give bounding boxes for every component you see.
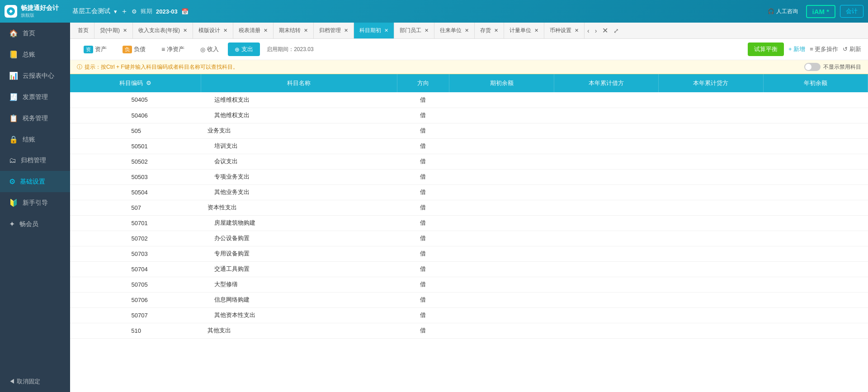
sidebar-item-ledger[interactable]: 📒 总账	[0, 44, 70, 65]
tab-bs-mid[interactable]: 贷(中期) ✕	[94, 23, 133, 39]
tab-income-report[interactable]: 收入支出表(年报) ✕	[133, 23, 193, 39]
cell-code: 50704	[70, 261, 201, 277]
filter-equity[interactable]: ≡ 净资产	[155, 43, 191, 56]
dropdown-icon[interactable]: ▾	[114, 8, 117, 15]
cell-ytd-credit	[659, 108, 763, 123]
tab-close-subject-init[interactable]: ✕	[384, 28, 388, 33]
cell-ytd-credit	[659, 215, 763, 231]
tab-close-inventory[interactable]: ✕	[494, 28, 498, 33]
tab-close-department[interactable]: ✕	[425, 28, 429, 33]
tab-close-template[interactable]: ✕	[223, 28, 227, 33]
customer-service-btn[interactable]: 🎧 人工咨询	[764, 6, 802, 17]
home-icon: 🏠	[9, 29, 18, 38]
main-layout: 🏠 首页 📒 总账 📊 云报表中心 🧾 发票管理 📋 税务管理 🔒 结账 🗂 归…	[0, 23, 868, 392]
sidebar-item-invoice[interactable]: 🧾 发票管理	[0, 86, 70, 108]
table-row[interactable]: 50503 专项业务支出 借	[70, 169, 868, 184]
tab-department[interactable]: 部门员工 ✕	[394, 23, 434, 39]
table-row[interactable]: 50703 专用设备购置 借	[70, 246, 868, 261]
sidebar-item-report[interactable]: 📊 云报表中心	[0, 65, 70, 86]
tab-next-btn[interactable]: ›	[592, 27, 600, 34]
table-row[interactable]: 510 其他支出 借	[70, 323, 868, 338]
table-row[interactable]: 50504 其他业务支出 借	[70, 184, 868, 200]
tab-home[interactable]: 首页	[72, 23, 94, 39]
tab-template[interactable]: 模版设计 ✕	[193, 23, 233, 39]
settings-icon[interactable]: ⚙	[132, 8, 137, 15]
tab-prev-btn[interactable]: ‹	[585, 27, 592, 34]
filter-liability[interactable]: 负 负债	[116, 43, 152, 56]
cell-year-balance	[763, 169, 868, 184]
tab-currency[interactable]: 币种设置 ✕	[544, 23, 585, 39]
table-row[interactable]: 507 资本性支出 借	[70, 200, 868, 215]
cell-ytd-credit	[659, 154, 763, 169]
filter-asset[interactable]: 资 资产	[77, 43, 113, 56]
cell-ytd-debit	[554, 323, 658, 338]
report-icon: 📊	[9, 71, 18, 80]
add-company-btn[interactable]: ＋	[121, 7, 128, 16]
column-settings-icon[interactable]: ⚙	[146, 80, 151, 86]
tab-close-period-end[interactable]: ✕	[304, 28, 308, 33]
table-row[interactable]: 50502 会议支出 借	[70, 154, 868, 169]
add-btn[interactable]: + 新增	[788, 45, 805, 53]
tab-close-currency[interactable]: ✕	[575, 28, 579, 33]
sidebar-item-settings[interactable]: ⚙ 基础设置	[0, 171, 70, 192]
tab-partner[interactable]: 往来单位 ✕	[434, 23, 475, 39]
sidebar-item-close[interactable]: 🔒 结账	[0, 129, 70, 150]
cell-dir: 借	[397, 292, 449, 307]
tab-close-tax-clear[interactable]: ✕	[264, 28, 268, 33]
header-right: 🎧 人工咨询 iAM * 会计	[764, 5, 864, 18]
balance-btn[interactable]: 试算平衡	[748, 43, 784, 56]
cell-ytd-credit	[659, 138, 763, 154]
disabled-toggle[interactable]	[804, 63, 821, 71]
table-row[interactable]: 505 业务支出 借	[70, 123, 868, 138]
sidebar-item-archive[interactable]: 🗂 归档管理	[0, 150, 70, 171]
calendar-icon[interactable]: 📅	[181, 8, 189, 15]
iam-badge[interactable]: iAM *	[806, 5, 836, 18]
tab-inventory[interactable]: 存货 ✕	[475, 23, 504, 39]
tab-period-end[interactable]: 期末结转 ✕	[274, 23, 314, 39]
tab-archive[interactable]: 归档管理 ✕	[314, 23, 354, 39]
tab-close-partner[interactable]: ✕	[465, 28, 469, 33]
cell-name: 专用设备购置	[201, 246, 397, 261]
cell-year-balance	[763, 138, 868, 154]
income-icon: ◎	[200, 46, 205, 53]
cell-year-balance	[763, 184, 868, 200]
refresh-btn[interactable]: ↺ 刷新	[843, 45, 861, 53]
filter-income[interactable]: ◎ 收入	[193, 43, 226, 56]
archive-icon: 🗂	[9, 156, 16, 165]
tab-close-all-btn[interactable]: ✕	[599, 26, 611, 35]
company-name[interactable]: 基层工会测试	[72, 7, 110, 15]
table-row[interactable]: 50501 培训支出 借	[70, 138, 868, 154]
tab-tax-clear[interactable]: 税表清册 ✕	[233, 23, 274, 39]
asset-badge: 资	[84, 46, 93, 53]
tab-expand-btn[interactable]: ⤢	[611, 27, 622, 34]
account-btn[interactable]: 会计	[840, 5, 863, 18]
table-row[interactable]: 50701 房屋建筑物购建 借	[70, 215, 868, 231]
col-header-ytd-credit: 本年累计贷方	[659, 74, 763, 92]
sidebar-item-home[interactable]: 🏠 首页	[0, 23, 70, 44]
tab-unit[interactable]: 计量单位 ✕	[504, 23, 544, 39]
cell-ytd-debit	[554, 169, 658, 184]
filter-expense[interactable]: ⊕ 支出	[228, 43, 260, 56]
table-row[interactable]: 50705 大型修缮 借	[70, 277, 868, 292]
cell-dir: 借	[397, 200, 449, 215]
tab-close-unit[interactable]: ✕	[534, 28, 538, 33]
table-row[interactable]: 50706 信息网络购建 借	[70, 292, 868, 307]
table-row[interactable]: 50406 其他维权支出 借	[70, 108, 868, 123]
collapse-sidebar-btn[interactable]: ◀ 取消固定	[0, 371, 70, 392]
sidebar-item-tax[interactable]: 📋 税务管理	[0, 108, 70, 129]
tab-close-archive[interactable]: ✕	[344, 28, 348, 33]
more-btn[interactable]: ≡ 更多操作	[810, 45, 838, 53]
table-row[interactable]: 50707 其他资本性支出 借	[70, 307, 868, 323]
tab-close-bs-mid[interactable]: ✕	[123, 28, 127, 33]
cell-name: 运维维权支出	[201, 92, 397, 108]
cell-ytd-debit	[554, 277, 658, 292]
tab-subject-init[interactable]: 科目期初 ✕	[354, 23, 394, 39]
table-row[interactable]: 50704 交通工具购置 借	[70, 261, 868, 277]
sidebar-item-member[interactable]: ✦ 畅会员	[0, 213, 70, 235]
tab-close-income-report[interactable]: ✕	[183, 28, 187, 33]
table-row[interactable]: 50405 运维维权支出 借	[70, 92, 868, 108]
sidebar-item-guide[interactable]: 🔰 新手引导	[0, 192, 70, 213]
member-icon: ✦	[9, 220, 15, 228]
cell-ytd-debit	[554, 215, 658, 231]
table-row[interactable]: 50702 办公设备购置 借	[70, 231, 868, 246]
